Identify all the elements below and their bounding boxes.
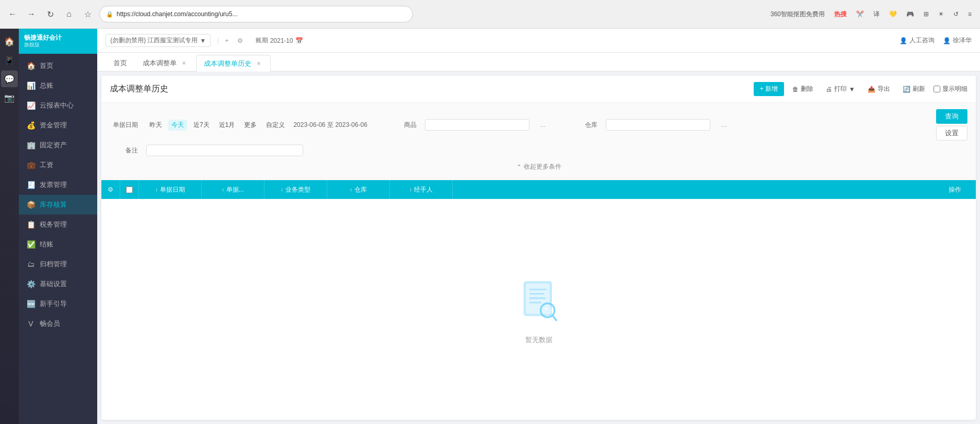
warehouse-ellipsis-btn[interactable]: … <box>719 120 729 129</box>
sidebar-label-home: 首页 <box>40 61 53 70</box>
warehouse-input[interactable] <box>606 119 710 131</box>
sidebar-label-ledger: 总账 <box>40 81 53 90</box>
tab-cost-adjustment[interactable]: 成本调整单 × <box>135 54 196 71</box>
reports-icon: 📈 <box>26 101 36 110</box>
filter-settings-btn[interactable]: 设置 <box>936 126 967 140</box>
th-date[interactable]: ↕ 单据日期 <box>139 180 202 199</box>
display-checkbox[interactable] <box>933 86 940 92</box>
select-all-checkbox[interactable] <box>126 186 133 193</box>
date-btn-1month[interactable]: 近1月 <box>216 120 238 131</box>
remark-input[interactable] <box>146 145 303 156</box>
goods-input[interactable] <box>425 119 529 131</box>
rail-item-2[interactable]: 📱 <box>1 52 18 68</box>
address-bar[interactable]: 🔒 https://cloud.chanjet.com/accounting/u… <box>99 6 413 22</box>
grid-tool[interactable]: ⊞ <box>920 9 932 19</box>
sidebar-item-archive[interactable]: 🗂 归档管理 <box>19 254 97 274</box>
sidebar-item-vip[interactable]: V 畅会员 <box>19 314 97 334</box>
org-name: (勿删勿禁用) 江西服宝测试专用 <box>110 36 198 45</box>
collapse-btn[interactable]: ⌃ 收起更多条件 <box>508 160 570 173</box>
th-person-label: 经手人 <box>414 185 433 194</box>
th-num[interactable]: ↕ 单据... <box>202 180 264 199</box>
tab-cost-history[interactable]: 成本调整单历史 × <box>196 55 271 72</box>
hot-search-label[interactable]: 热搜 <box>831 9 850 20</box>
sidebar-item-funds[interactable]: 💰 资金管理 <box>19 115 97 135</box>
export-btn[interactable]: 📤 导出 <box>863 83 894 96</box>
sidebar-item-home[interactable]: 🏠 首页 <box>19 56 97 76</box>
game-tool[interactable]: 🎮 <box>903 9 917 19</box>
service-btn[interactable]: 👤 人工咨询 <box>900 36 935 45</box>
sidebar-label-payroll: 工资 <box>40 160 53 170</box>
user-btn[interactable]: 👤 徐泽华 <box>943 36 972 45</box>
lock-icon: 🔒 <box>106 11 113 18</box>
forward-button[interactable]: → <box>24 7 39 21</box>
scissors-tool[interactable]: ✂️ <box>853 9 867 19</box>
guide-icon: 🆕 <box>26 300 36 308</box>
query-btn[interactable]: 查询 <box>936 109 967 124</box>
delete-btn[interactable]: 🗑 删除 <box>788 83 817 96</box>
date-btn-more[interactable]: 更多 <box>241 120 260 131</box>
tab-cost-history-close[interactable]: × <box>255 60 263 68</box>
sidebar-item-ledger[interactable]: 📊 总账 <box>19 76 97 96</box>
search-tool[interactable]: 360智能抠图免费用 <box>767 9 828 20</box>
rail-item-4[interactable]: 📷 <box>1 89 18 106</box>
print-btn[interactable]: 🖨 打印 ▼ <box>822 83 859 96</box>
logo-name: 畅捷通好会计 <box>24 34 62 41</box>
th-date-sort-icon: ↕ <box>155 188 158 191</box>
closing-icon: ✅ <box>26 240 36 249</box>
date-btn-yesterday[interactable]: 昨天 <box>146 120 165 131</box>
sidebar-item-reports[interactable]: 📈 云报表中心 <box>19 96 97 115</box>
refresh-btn[interactable]: 🔄 刷新 <box>898 83 929 96</box>
th-warehouse[interactable]: ↕ 仓库 <box>327 180 390 199</box>
sidebar-label-tax: 税务管理 <box>40 220 67 229</box>
svg-rect-3 <box>529 293 544 295</box>
undo-tool[interactable]: ↺ <box>950 9 962 19</box>
page-header: 成本调整单历史 + 新增 🗑 删除 🖨 打印 ▼ 📤 导出 <box>101 76 976 103</box>
date-btn-today[interactable]: 今天 <box>168 120 187 131</box>
sidebar-label-settings: 基础设置 <box>40 279 67 289</box>
date-btn-custom[interactable]: 自定义 <box>263 120 288 131</box>
th-type-label: 业务类型 <box>285 185 310 194</box>
back-button[interactable]: ← <box>5 7 20 21</box>
settings-org-btn[interactable]: ⚙ <box>237 37 243 44</box>
menu-tool[interactable]: ≡ <box>965 9 975 19</box>
svg-rect-2 <box>529 288 546 290</box>
wallet-tool[interactable]: 💛 <box>886 9 900 19</box>
date-btn-7days[interactable]: 近7天 <box>190 120 213 131</box>
sidebar-item-assets[interactable]: 🏢 固定资产 <box>19 135 97 155</box>
th-check[interactable] <box>120 180 139 199</box>
invoice-icon: 🧾 <box>26 181 36 189</box>
home-button[interactable]: ⌂ <box>62 7 76 21</box>
th-biztype[interactable]: ↕ 业务类型 <box>264 180 327 199</box>
org-selector[interactable]: (勿删勿禁用) 江西服宝测试专用 ▼ <box>106 34 211 47</box>
rail-item-1[interactable]: 🏠 <box>1 33 18 50</box>
tab-home[interactable]: 首页 <box>106 54 135 71</box>
add-org-btn[interactable]: + <box>225 37 229 44</box>
sidebar-item-invoice[interactable]: 🧾 发票管理 <box>19 175 97 195</box>
rail-item-3[interactable]: 💬 <box>1 70 18 87</box>
new-btn[interactable]: + 新增 <box>754 82 784 96</box>
reload-button[interactable]: ↻ <box>43 7 57 21</box>
user-avatar-icon: 👤 <box>943 37 951 44</box>
top-bar: (勿删勿禁用) 江西服宝测试专用 ▼ | + ⚙ 账期 2021-10 📅 👤 … <box>97 29 980 53</box>
service-label: 人工咨询 <box>909 36 935 45</box>
sidebar-item-settings[interactable]: ⚙️ 基础设置 <box>19 274 97 294</box>
th-person[interactable]: ↕ 经手人 <box>390 180 453 199</box>
sidebar-item-closing[interactable]: ✅ 结账 <box>19 234 97 254</box>
translate-tool[interactable]: 译 <box>870 9 883 20</box>
sidebar-logo[interactable]: 畅捷通好会计 旗舰版 <box>19 29 97 54</box>
sidebar-item-guide[interactable]: 🆕 新手引导 <box>19 294 97 314</box>
display-checkbox-label[interactable]: 显示明细 <box>933 85 967 93</box>
th-gear[interactable]: ⚙ <box>101 180 120 199</box>
sidebar-item-tax[interactable]: 📋 税务管理 <box>19 215 97 234</box>
sidebar-item-payroll[interactable]: 💼 工资 <box>19 155 97 175</box>
main-area: (勿删勿禁用) 江西服宝测试专用 ▼ | + ⚙ 账期 2021-10 📅 👤 … <box>97 29 980 424</box>
sidebar-label-funds: 资金管理 <box>40 121 67 130</box>
goods-ellipsis-btn[interactable]: … <box>538 120 548 129</box>
brightness-tool[interactable]: ☀ <box>935 9 947 19</box>
bookmark-button[interactable]: ☆ <box>80 7 95 21</box>
tab-cost-adjustment-close[interactable]: × <box>180 59 188 67</box>
print-icon: 🖨 <box>826 86 832 93</box>
sidebar-item-inventory[interactable]: 📦 库存核算 <box>19 195 97 215</box>
app-container: 🏠 📱 💬 📷 畅捷通好会计 旗舰版 🏠 首页 📊 总账 📈 云报表中心 <box>0 29 980 424</box>
tax-icon: 📋 <box>26 220 36 229</box>
